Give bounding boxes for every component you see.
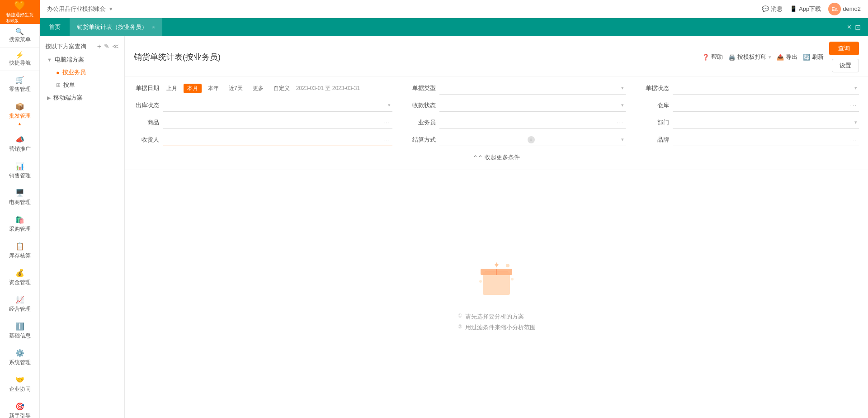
query-button[interactable]: 查询 xyxy=(829,42,859,55)
wholesale-icon: 📦 xyxy=(15,102,24,111)
tab-sales-stats-label: 销货单统计表（按业务员） xyxy=(77,23,147,31)
sidebar-item-system[interactable]: ⚙️ 系统管理 xyxy=(0,344,39,371)
doc-status-arrow: ▾ xyxy=(854,85,857,91)
collect-status-input[interactable]: ▾ xyxy=(439,99,626,112)
sidebar-item-sales[interactable]: 📊 销售管理 xyxy=(0,157,39,184)
message-btn[interactable]: 💬 消息 xyxy=(762,5,783,13)
salesperson-label: 业务员 xyxy=(410,119,436,127)
ecommerce-icon: 🖥️ xyxy=(15,189,24,197)
doc-status-filter-item: 单据状态 ▾ xyxy=(644,82,859,95)
sidebar-item-finance[interactable]: 💰 资金管理 xyxy=(0,264,39,291)
svg-point-6 xyxy=(479,280,482,283)
warehouse-input[interactable]: ··· xyxy=(673,99,859,112)
settings-button[interactable]: 设置 xyxy=(832,59,859,72)
dept-input[interactable]: ▾ xyxy=(673,116,859,129)
sidebar-item-retail[interactable]: 🛒 零售管理 xyxy=(0,71,39,98)
user-avatar: Ea xyxy=(828,3,841,15)
sidebar-label-purchase: 采购管理 xyxy=(9,225,31,233)
print-dropdown-icon: ▾ xyxy=(769,54,771,60)
sidebar-item-marketing[interactable]: 📣 营销推广 xyxy=(0,131,39,157)
date-tab-more[interactable]: 更多 xyxy=(249,84,267,93)
tree-arrow-computer: ▼ xyxy=(47,57,52,62)
settle-clear-btn[interactable]: × xyxy=(528,136,535,143)
sidebar-search[interactable]: 🔍 搜索菜单 xyxy=(0,24,39,48)
app-name: 办公用品行业模拟账套 xyxy=(47,5,106,13)
guide-icon: 🎯 xyxy=(15,402,24,411)
tree-item-by-order[interactable]: ⊞ 按单 xyxy=(52,79,124,91)
date-tab-custom[interactable]: 自定义 xyxy=(270,84,293,93)
out-status-input[interactable]: ▾ xyxy=(163,99,392,112)
print-btn[interactable]: 🖨️ 按模板打印 ▾ xyxy=(728,53,771,61)
tab-home[interactable]: 首页 xyxy=(40,18,70,36)
sidebar-item-ecommerce[interactable]: 🖥️ 电商管理 xyxy=(0,184,39,211)
doc-status-input[interactable]: ▾ xyxy=(673,82,859,95)
doc-type-input[interactable]: ▾ xyxy=(439,82,626,95)
date-tab-7days[interactable]: 近7天 xyxy=(225,84,246,93)
sidebar-label-wholesale: 批发管理 xyxy=(9,112,31,120)
tree-mobile-label: 移动端方案 xyxy=(53,94,83,102)
right-panel: 销货单统计表(按业务员) ❓ 帮助 🖨️ 按模板打印 ▾ 📤 导出 xyxy=(125,36,868,418)
tab-sales-stats[interactable]: 销货单统计表（按业务员） × xyxy=(70,18,162,36)
brand-input[interactable]: ··· xyxy=(673,133,859,146)
date-tab-this-month[interactable]: 本月 xyxy=(184,84,202,93)
refresh-label: 刷新 xyxy=(812,53,824,61)
collapse-panel-btn[interactable]: ≪ xyxy=(112,43,119,51)
left-panel-actions: + ✎ ≪ xyxy=(97,43,119,51)
svg-point-5 xyxy=(511,278,514,280)
empty-hint-2: ② 用过滤条件来缩小分析范围 xyxy=(458,323,536,332)
date-tab-this-year[interactable]: 本年 xyxy=(204,84,222,93)
sidebar-logo[interactable]: 🧡 畅捷通好生意标账版 xyxy=(0,0,40,24)
goods-input[interactable]: ··· xyxy=(163,116,392,129)
sidebar-item-collab[interactable]: 🤝 企业协同 xyxy=(0,371,39,398)
tab-bar: 首页 销货单统计表（按业务员） × × ⊡ xyxy=(40,18,868,36)
sidebar-item-basic[interactable]: ℹ️ 基础信息 xyxy=(0,318,39,344)
settle-input[interactable]: × ▾ xyxy=(439,133,626,146)
sidebar-quick-nav[interactable]: ⚡ 快捷导航 xyxy=(0,48,39,71)
receiver-filter-item: 收货人 ··· xyxy=(134,133,392,146)
sidebar-label-marketing: 营销推广 xyxy=(9,145,31,153)
date-tab-last-month[interactable]: 上月 xyxy=(163,84,181,93)
refresh-btn[interactable]: 🔄 刷新 xyxy=(803,53,824,61)
user-menu[interactable]: Ea demo2 xyxy=(828,3,861,15)
content-area: 按以下方案查询 + ✎ ≪ ▼ 电脑端方案 ● 按业务员 xyxy=(40,36,868,418)
topbar-dropdown-icon[interactable]: ▾ xyxy=(109,5,113,12)
collapse-btn[interactable]: ⌃⌃ 收起更多条件 xyxy=(473,153,520,162)
sidebar-item-purchase[interactable]: 🛍️ 采购管理 xyxy=(0,211,39,238)
window-maximize-btn[interactable]: ⊡ xyxy=(855,23,861,32)
settle-filter-item: 结算方式 × ▾ xyxy=(410,133,626,146)
sidebar-label-system: 系统管理 xyxy=(9,359,31,366)
svg-point-4 xyxy=(506,264,509,267)
print-icon: 🖨️ xyxy=(728,54,736,61)
tree-item-by-salesperson[interactable]: ● 按业务员 xyxy=(52,66,124,79)
basic-icon: ℹ️ xyxy=(15,322,24,331)
app-download-btn[interactable]: 📱 App下载 xyxy=(790,5,821,13)
refresh-icon: 🔄 xyxy=(803,54,810,61)
goods-label: 商品 xyxy=(134,119,159,127)
download-icon: 📱 xyxy=(790,5,797,12)
add-scheme-btn[interactable]: + xyxy=(97,43,101,51)
doc-type-label: 单据类型 xyxy=(410,84,436,92)
edit-scheme-btn[interactable]: ✎ xyxy=(104,43,109,51)
message-icon: 💬 xyxy=(762,5,769,12)
export-btn[interactable]: 📤 导出 xyxy=(777,53,797,61)
export-icon: 📤 xyxy=(777,54,784,61)
receiver-input[interactable]: ··· xyxy=(163,133,392,146)
date-filter-tabs: 上月 本月 本年 近7天 更多 自定义 2023-03-01 至 2023-03… xyxy=(163,84,392,93)
goods-filter-item: 商品 ··· xyxy=(134,116,392,129)
filter-row-3: 商品 ··· 业务员 ··· xyxy=(134,116,859,129)
sidebar-item-guide[interactable]: 🎯 新手引导 xyxy=(0,398,39,418)
hint-num-1: ① xyxy=(458,313,462,319)
salesperson-input[interactable]: ··· xyxy=(439,116,626,129)
collect-status-filter-item: 收款状态 ▾ xyxy=(410,99,626,112)
tab-close-icon[interactable]: × xyxy=(152,24,155,30)
window-close-btn[interactable]: × xyxy=(847,23,851,31)
svg-text:✦: ✦ xyxy=(493,261,500,270)
tree-mobile-section[interactable]: ▶ 移动端方案 xyxy=(40,91,124,104)
help-btn[interactable]: ❓ 帮助 xyxy=(702,53,723,61)
help-icon: ❓ xyxy=(702,54,709,61)
sidebar-item-inventory[interactable]: 📋 库存核算 xyxy=(0,238,39,264)
sidebar-item-wholesale[interactable]: 📦 批发管理 ▲ xyxy=(0,98,39,131)
sidebar-item-management[interactable]: 📈 经营管理 xyxy=(0,291,39,318)
tree-computer-section[interactable]: ▼ 电脑端方案 xyxy=(40,53,124,66)
settle-arrow: ▾ xyxy=(621,137,624,142)
